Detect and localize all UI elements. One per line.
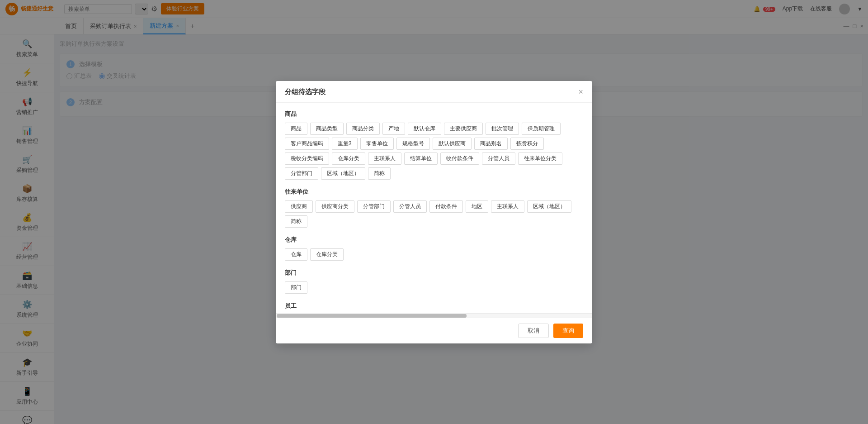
field-group-2: 仓库仓库仓库分类: [285, 236, 583, 261]
field-tag-0-6[interactable]: 批次管理: [486, 123, 519, 135]
field-group-1: 往来单位供应商供应商分类分管部门分管人员付款条件地区主联系人区域（地区）简称: [285, 188, 583, 228]
field-tag-2-1[interactable]: 仓库分类: [310, 248, 344, 261]
field-tag-0-13[interactable]: 商品别名: [474, 138, 508, 150]
field-tags-0: 商品商品类型商品分类产地默认仓库主要供应商批次管理保质期管理客户商品编码重量3零…: [285, 123, 583, 180]
field-tag-0-8[interactable]: 客户商品编码: [285, 138, 329, 150]
field-tag-0-7[interactable]: 保质期管理: [522, 123, 561, 135]
field-group-title-3: 部门: [285, 269, 583, 277]
field-tag-0-4[interactable]: 默认仓库: [408, 123, 441, 135]
field-group-4: 员工业务员: [285, 302, 583, 313]
modal-footer: 取消 查询: [276, 318, 592, 343]
field-tag-0-23[interactable]: 区域（地区）: [321, 167, 365, 180]
modal-title: 分组待选字段: [285, 88, 326, 96]
field-tag-1-2[interactable]: 分管部门: [357, 200, 391, 213]
field-tag-1-4[interactable]: 付款条件: [429, 200, 463, 213]
field-tag-0-14[interactable]: 拣货积分: [510, 138, 544, 150]
field-tag-0-16[interactable]: 仓库分类: [332, 152, 365, 165]
field-groups: 商品商品商品类型商品分类产地默认仓库主要供应商批次管理保质期管理客户商品编码重量…: [285, 110, 583, 313]
field-tag-0-9[interactable]: 重量3: [332, 138, 358, 150]
field-group-3: 部门部门: [285, 269, 583, 294]
field-tag-1-0[interactable]: 供应商: [285, 200, 313, 213]
field-group-title-0: 商品: [285, 110, 583, 118]
field-group-title-2: 仓库: [285, 236, 583, 244]
field-tag-0-3[interactable]: 产地: [382, 123, 405, 135]
field-tag-0-18[interactable]: 结算单位: [404, 152, 438, 165]
field-tag-0-5[interactable]: 主要供应商: [444, 123, 483, 135]
field-tag-2-0[interactable]: 仓库: [285, 248, 307, 261]
field-tag-0-10[interactable]: 零售单位: [360, 138, 394, 150]
field-tags-1: 供应商供应商分类分管部门分管人员付款条件地区主联系人区域（地区）简称: [285, 200, 583, 228]
field-tag-3-0[interactable]: 部门: [285, 281, 307, 294]
field-tag-0-11[interactable]: 规格型号: [396, 138, 430, 150]
field-tag-1-3[interactable]: 分管人员: [393, 200, 427, 213]
field-group-title-4: 员工: [285, 302, 583, 310]
field-tag-0-20[interactable]: 分管人员: [482, 152, 515, 165]
field-group-title-1: 往来单位: [285, 188, 583, 196]
field-tag-0-15[interactable]: 税收分类编码: [285, 152, 329, 165]
field-tag-1-7[interactable]: 区域（地区）: [527, 200, 571, 213]
modal-overlay: 分组待选字段 × 商品商品商品类型商品分类产地默认仓库主要供应商批次管理保质期管…: [0, 0, 868, 424]
field-tag-0-17[interactable]: 主联系人: [368, 152, 401, 165]
cancel-button[interactable]: 取消: [518, 324, 549, 338]
modal-horizontal-scroll[interactable]: [276, 313, 592, 318]
field-tags-3: 部门: [285, 281, 583, 294]
field-tag-0-22[interactable]: 分管部门: [285, 167, 318, 180]
field-tag-1-1[interactable]: 供应商分类: [316, 200, 354, 213]
field-tag-0-24[interactable]: 简称: [368, 167, 391, 180]
field-tag-0-19[interactable]: 收付款条件: [440, 152, 479, 165]
field-tag-0-1[interactable]: 商品类型: [310, 123, 344, 135]
field-group-0: 商品商品商品类型商品分类产地默认仓库主要供应商批次管理保质期管理客户商品编码重量…: [285, 110, 583, 180]
field-tags-2: 仓库仓库分类: [285, 248, 583, 261]
field-tag-1-6[interactable]: 主联系人: [491, 200, 524, 213]
modal-dialog: 分组待选字段 × 商品商品商品类型商品分类产地默认仓库主要供应商批次管理保质期管…: [276, 81, 592, 343]
field-tag-0-2[interactable]: 商品分类: [346, 123, 380, 135]
field-tag-1-5[interactable]: 地区: [466, 200, 488, 213]
modal-close-button[interactable]: ×: [578, 87, 583, 97]
field-tag-0-0[interactable]: 商品: [285, 123, 307, 135]
field-tag-1-8[interactable]: 简称: [285, 215, 307, 228]
modal-header: 分组待选字段 ×: [276, 81, 592, 103]
modal-body[interactable]: 商品商品商品类型商品分类产地默认仓库主要供应商批次管理保质期管理客户商品编码重量…: [276, 103, 592, 313]
field-tag-0-21[interactable]: 往来单位分类: [518, 152, 562, 165]
field-tag-0-12[interactable]: 默认供应商: [433, 138, 472, 150]
confirm-button[interactable]: 查询: [553, 324, 583, 338]
